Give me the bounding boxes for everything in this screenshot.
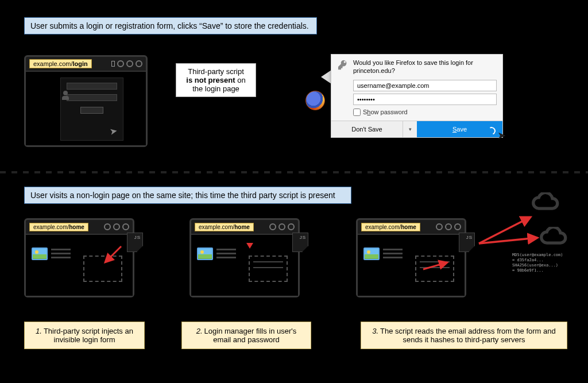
caption-step1: 1.Third-party script injects an invisibl… xyxy=(24,322,145,349)
key-icon xyxy=(337,59,349,71)
saved-password-input[interactable] xyxy=(353,94,497,105)
click-indicator-icon xyxy=(486,126,497,136)
username-field xyxy=(67,83,117,90)
user-silhouette-icon xyxy=(62,91,69,100)
browser-login: example.com/login ➤ xyxy=(24,55,148,147)
autofill-arrow xyxy=(246,243,253,249)
page-text-lines xyxy=(51,249,71,261)
inject-arrow xyxy=(99,245,122,270)
page-image-icon xyxy=(197,247,213,260)
cursor-icon: ➤ xyxy=(109,125,118,137)
read-arrow xyxy=(421,261,450,275)
url-bar: example.com/home xyxy=(29,223,88,231)
browser-content: ➤ xyxy=(26,71,146,145)
hash-preview: MD5(user@example.com) = d35fa2a4... SHA2… xyxy=(512,253,575,273)
caption-step3: 3.The script reads the email address fro… xyxy=(361,322,567,349)
url-bar: example.com/home xyxy=(361,223,420,231)
firefox-icon xyxy=(305,91,325,110)
section-divider xyxy=(0,171,588,173)
page-image-icon xyxy=(363,247,380,260)
section2-title: User visits a non-login page on the same… xyxy=(24,187,351,204)
show-password-box[interactable] xyxy=(353,109,361,116)
toolbar-icon xyxy=(111,61,115,67)
page-image-icon xyxy=(32,247,48,260)
saved-username-input[interactable] xyxy=(353,80,497,91)
dialog-message: Would you like Firefox to save this logi… xyxy=(353,59,497,75)
browser-step3: example.com/home JS xyxy=(356,218,466,297)
js-file-icon: JS xyxy=(292,233,308,252)
caption-step2: 2.Login manager fills in user's email an… xyxy=(181,322,311,349)
save-button[interactable]: Save ➤ xyxy=(417,121,502,137)
url-bar: example.com/home xyxy=(195,223,254,231)
password-field xyxy=(67,94,117,101)
show-password-checkbox[interactable]: Show password xyxy=(331,107,502,121)
js-file-icon: JS xyxy=(459,233,475,252)
js-file-icon: JS xyxy=(127,233,143,252)
browser-step1: example.com/home JS xyxy=(24,218,134,297)
window-button xyxy=(136,60,142,67)
submit-button xyxy=(80,107,103,114)
browser-titlebar: example.com/login xyxy=(26,57,146,71)
invisible-login-form xyxy=(249,256,288,282)
dont-save-button[interactable]: Don't Save ▾ xyxy=(331,121,417,137)
server-cloud-icon xyxy=(528,192,560,212)
server-cloud-icon xyxy=(536,227,568,246)
cursor-icon: ➤ xyxy=(497,129,506,142)
dialog-pointer xyxy=(321,70,331,84)
page-text-lines xyxy=(383,249,403,261)
save-login-dialog: Would you like Firefox to save this logi… xyxy=(331,54,503,138)
window-button xyxy=(126,60,133,67)
url-bar: example.com/login xyxy=(29,59,92,68)
send-arrow-2 xyxy=(478,232,541,252)
login-panel: ➤ xyxy=(60,78,123,141)
dont-save-dropdown[interactable]: ▾ xyxy=(403,121,417,137)
window-button xyxy=(117,60,124,67)
page-text-lines xyxy=(216,249,236,261)
section1-title: User submits a login or registration for… xyxy=(24,17,317,34)
browser-step2: example.com/home JS xyxy=(189,218,300,297)
note-third-party-absent: Third-party script is not present on the… xyxy=(176,63,256,97)
